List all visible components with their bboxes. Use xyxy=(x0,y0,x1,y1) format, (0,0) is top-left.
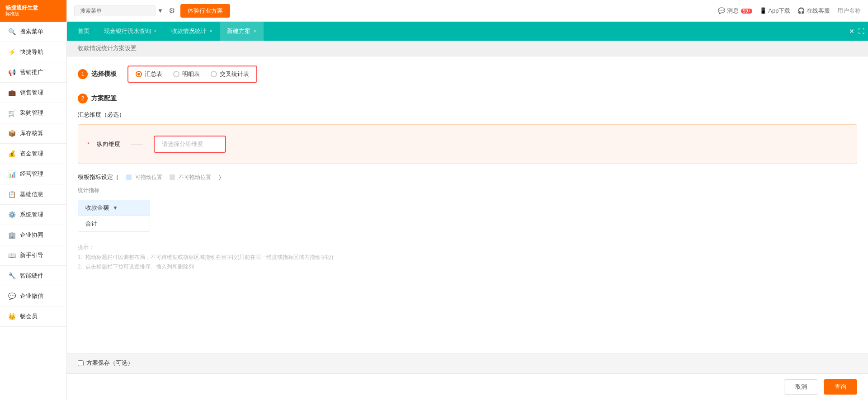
query-button[interactable]: 查询 xyxy=(824,379,857,395)
template-radio-group: 汇总表 明细表 交叉统计表 xyxy=(127,66,257,83)
sidebar-item-搜索菜单[interactable]: 🔍搜索菜单 xyxy=(0,22,66,42)
nav-tab-actions: ✕ ⛶ xyxy=(849,28,864,35)
sidebar-icon: 🔧 xyxy=(7,271,16,280)
dimension-row: * 纵向维度 —— 请选择分组维度 xyxy=(87,136,848,153)
sidebar-icon: 🛒 xyxy=(7,108,16,118)
nav-tab-label: 首页 xyxy=(78,27,90,35)
movable-dot xyxy=(126,174,132,180)
required-star: * xyxy=(87,141,90,148)
step1-section: 1 选择模板 汇总表 明细表 交叉统计表 xyxy=(78,66,857,83)
radio-cross[interactable]: 交叉统计表 xyxy=(211,70,249,78)
tab-close-icon[interactable]: × xyxy=(154,28,157,34)
sidebar-item-label: 基础信息 xyxy=(20,190,43,198)
sidebar-item-label: 营销推广 xyxy=(20,68,43,76)
tab-close-icon[interactable]: × xyxy=(253,28,256,34)
step2-title: 方案配置 xyxy=(91,94,117,103)
sidebar-item-库存核算[interactable]: 📦库存核算 xyxy=(0,123,66,144)
nav-tab-首页[interactable]: 首页 xyxy=(71,22,97,41)
page-footer: 方案保存（可选） xyxy=(67,353,868,372)
fixed-label: 不可拖动位置 xyxy=(179,174,211,181)
sidebar-icon: 📖 xyxy=(7,251,16,260)
expand-icon[interactable]: ⛶ xyxy=(858,28,864,35)
step1-header: 1 选择模板 汇总表 明细表 交叉统计表 xyxy=(78,66,857,83)
sidebar-item-基础信息[interactable]: 📋基础信息 xyxy=(0,184,66,205)
nav-tabs: 首页现金银行流水查询×收款情况统计×新建方案× ✕ ⛶ xyxy=(67,22,868,41)
settings-icon[interactable]: ⚙ xyxy=(169,6,175,15)
cancel-button[interactable]: 取消 xyxy=(784,379,818,395)
sidebar-item-资金管理[interactable]: 💰资金管理 xyxy=(0,144,66,164)
sidebar-item-新手引导[interactable]: 📖新手引导 xyxy=(0,245,66,266)
tab-close-icon[interactable]: × xyxy=(209,28,212,34)
search-input[interactable] xyxy=(74,5,156,16)
sidebar-item-label: 新手引导 xyxy=(20,251,43,259)
sidebar-icon: ⚙️ xyxy=(7,210,16,219)
metrics-col-header: 收款金额 ▼ xyxy=(85,204,142,212)
save-label[interactable]: 方案保存（可选） xyxy=(86,359,133,367)
app-logo: 畅捷通好生意 标准版 xyxy=(0,0,66,22)
sidebar-item-智能硬件[interactable]: 🔧智能硬件 xyxy=(0,266,66,286)
save-checkbox[interactable] xyxy=(78,360,84,366)
sidebar-item-采购管理[interactable]: 🛒采购管理 xyxy=(0,103,66,123)
service-area[interactable]: 🎧 在线客服 xyxy=(797,7,830,15)
metrics-title-text: 模板指标设定（ xyxy=(78,173,119,181)
radio-detail-label: 明细表 xyxy=(182,70,200,78)
topbar: ▼ ⚙ 体验行业方案 💬 消息 99+ 📱 App下载 🎧 在线客服 用户名称 xyxy=(67,0,868,22)
industry-btn[interactable]: 体验行业方案 xyxy=(180,4,230,18)
nav-tab-label: 新建方案 xyxy=(227,27,250,35)
sidebar-item-label: 企业协同 xyxy=(20,231,43,239)
close-window-icon[interactable]: ✕ xyxy=(849,28,854,35)
metrics-col-subtitle: 统计指标 xyxy=(78,187,99,193)
metrics-dropdown-icon[interactable]: ▼ xyxy=(113,205,118,211)
sidebar-item-企业微信[interactable]: 💬企业微信 xyxy=(0,286,66,306)
page-breadcrumb: 收款情况统计方案设置 xyxy=(67,41,868,56)
hint-2: 2. 点击标题栏下拉可设置排序、插入列和删除列 xyxy=(78,262,857,272)
sidebar-item-label: 资金管理 xyxy=(20,150,43,158)
sidebar-icon: 📋 xyxy=(7,190,16,199)
download-area[interactable]: 📱 App下载 xyxy=(760,7,790,15)
dimension-selector[interactable]: 请选择分组维度 xyxy=(154,136,226,153)
sidebar-icon: 💰 xyxy=(7,149,16,158)
nav-tab-现金银行流水查询[interactable]: 现金银行流水查询× xyxy=(97,22,164,41)
page-body: 1 选择模板 汇总表 明细表 交叉统计表 xyxy=(67,56,868,353)
arrow-separator: —— xyxy=(131,141,143,148)
user-info[interactable]: 用户名称 xyxy=(837,7,861,15)
radio-cross-label: 交叉统计表 xyxy=(220,70,249,78)
download-label: App下载 xyxy=(768,7,790,14)
fixed-legend: 不可拖动位置 xyxy=(170,174,211,181)
nav-tab-label: 收款情况统计 xyxy=(171,27,207,35)
sidebar-icon: 🏢 xyxy=(7,231,16,240)
sidebar-item-企业协同[interactable]: 🏢企业协同 xyxy=(0,225,66,245)
hint-1: 1. 拖动标题栏可以调整布局，不可跨维度或指标区域拖动栏目字段(只能在同一维度或… xyxy=(78,253,857,263)
sidebar-item-系统管理[interactable]: ⚙️系统管理 xyxy=(0,205,66,225)
sidebar-item-经营管理[interactable]: 📊经营管理 xyxy=(0,164,66,184)
metrics-col-title: 统计指标 xyxy=(78,187,857,194)
movable-legend: 可拖动位置 xyxy=(126,174,162,181)
sidebar-item-label: 搜索菜单 xyxy=(20,28,43,36)
breadcrumb-text: 收款情况统计方案设置 xyxy=(78,45,137,52)
radio-summary-label: 汇总表 xyxy=(145,70,162,78)
sidebar-item-label: 系统管理 xyxy=(20,211,43,219)
nav-tab-收款情况统计[interactable]: 收款情况统计× xyxy=(164,22,220,41)
sidebar-item-label: 销售管理 xyxy=(20,89,43,97)
sidebar-icon: 📢 xyxy=(7,68,16,77)
dimension-area: * 纵向维度 —— 请选择分组维度 xyxy=(78,124,857,164)
nav-tab-新建方案[interactable]: 新建方案× xyxy=(220,22,264,41)
radio-circle-cross xyxy=(211,71,217,77)
sidebar-item-营销推广[interactable]: 📢营销推广 xyxy=(0,62,66,83)
main-area: ▼ ⚙ 体验行业方案 💬 消息 99+ 📱 App下载 🎧 在线客服 用户名称 … xyxy=(67,0,868,400)
radio-detail[interactable]: 明细表 xyxy=(173,70,200,78)
dimension-section-title: 汇总维度（必选） xyxy=(78,111,857,119)
sidebar-item-快捷导航[interactable]: ⚡快捷导航 xyxy=(0,42,66,62)
hint-title: 提示： xyxy=(78,244,94,250)
metrics-table-row: 合计 xyxy=(78,216,150,231)
sidebar-item-label: 快捷导航 xyxy=(20,48,43,56)
hint-2-text: 点击标题栏下拉可设置排序、插入列和删除列 xyxy=(85,264,194,270)
sidebar-icon: ⚡ xyxy=(7,47,16,56)
radio-summary[interactable]: 汇总表 xyxy=(136,70,162,78)
notification-area[interactable]: 💬 消息 99+ xyxy=(718,7,752,15)
sidebar-item-销售管理[interactable]: 💼销售管理 xyxy=(0,83,66,103)
topbar-right: 💬 消息 99+ 📱 App下载 🎧 在线客服 用户名称 xyxy=(718,7,861,15)
search-dropdown-icon[interactable]: ▼ xyxy=(157,7,163,14)
sidebar-item-畅会员[interactable]: 👑畅会员 xyxy=(0,306,66,327)
sidebar-icon: 👑 xyxy=(7,312,16,321)
